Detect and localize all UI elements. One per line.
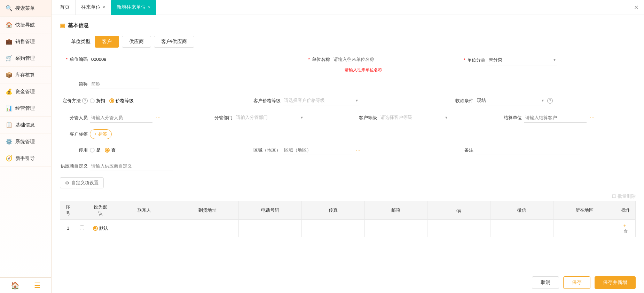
guide-icon: 🧭: [6, 155, 13, 162]
radio-disable-yes[interactable]: 是: [90, 147, 101, 153]
sidebar-item-basic-info[interactable]: 📋 基础信息: [0, 117, 51, 133]
field-pricing-method: 定价方法 ? 折扣 价格等级: [60, 98, 250, 104]
radio-disable-no[interactable]: 否: [105, 147, 116, 153]
cell-email[interactable]: [364, 220, 427, 237]
unit-name-label: * 单位名称: [302, 56, 330, 63]
col-qq: qq: [427, 201, 490, 220]
cell-region[interactable]: [553, 220, 616, 237]
form-row-3: 定价方法 ? 折扣 价格等级 客户价格等级 请选择客户价: [60, 95, 636, 106]
address-input[interactable]: [180, 226, 235, 231]
sidebar-item-guide[interactable]: 🧭 新手引导: [0, 150, 51, 167]
unit-name-input[interactable]: [332, 55, 393, 64]
unit-btn-supplier[interactable]: 供应商: [122, 36, 151, 48]
tab-new-contact-close[interactable]: ×: [148, 5, 150, 10]
unit-btn-customer[interactable]: 客户: [95, 36, 119, 48]
col-email: 邮箱: [364, 201, 427, 220]
region-cell-input[interactable]: [557, 226, 613, 231]
sidebar-home-btn[interactable]: 🏠: [11, 281, 19, 290]
cell-wechat[interactable]: [490, 220, 553, 237]
cell-address[interactable]: [176, 220, 239, 237]
delete-row-btn[interactable]: 🗑: [623, 229, 628, 234]
cell-phone[interactable]: [239, 220, 302, 237]
field-payment-terms: 收款条件 现结 ▾ ?: [446, 95, 636, 106]
tab-home[interactable]: 首页: [54, 0, 76, 15]
tab-new-contact[interactable]: 新增往来单位 ×: [111, 0, 156, 15]
note-input[interactable]: [476, 145, 580, 155]
cell-check[interactable]: [76, 220, 88, 237]
unit-type-buttons: 客户 供应商 客户/供应商: [95, 36, 194, 48]
disable-label: 停用: [60, 147, 88, 153]
customer-level-select[interactable]: 请选择客户等级 ▾: [379, 112, 449, 123]
department-select[interactable]: 请输入分管部门 ▾: [235, 112, 304, 123]
pricing-help-icon[interactable]: ?: [82, 98, 88, 104]
custom-settings-btn[interactable]: ⚙ 自定义项设置: [60, 177, 104, 188]
contact-input[interactable]: [117, 226, 172, 231]
cell-contact[interactable]: [113, 220, 176, 237]
cell-qq[interactable]: [427, 220, 490, 237]
batch-delete-icon: ☐: [612, 194, 616, 199]
cell-fax[interactable]: [302, 220, 365, 237]
sidebar-item-label: 销售管理: [15, 39, 35, 45]
phone-input[interactable]: [242, 226, 298, 231]
payment-terms-help-icon[interactable]: ?: [547, 98, 553, 104]
save-new-button[interactable]: 保存并新增: [595, 276, 636, 289]
unit-code-label: * 单位编码: [60, 56, 88, 63]
settlement-unit-input[interactable]: [524, 113, 587, 123]
tab-contacts-close[interactable]: ×: [103, 5, 105, 10]
qq-input[interactable]: [431, 226, 487, 231]
sidebar-item-operations[interactable]: 📊 经营管理: [0, 100, 51, 117]
manager-label: 分管人员: [60, 115, 88, 121]
manager-input[interactable]: [90, 113, 152, 123]
tab-contacts[interactable]: 往来单位 ×: [76, 0, 111, 15]
add-row-btn[interactable]: ＋: [622, 223, 627, 228]
sidebar-item-system[interactable]: ⚙️ 系统管理: [0, 133, 51, 150]
price-grade-radio-circle: [109, 98, 114, 103]
pricing-method-label: 定价方法 ?: [60, 98, 88, 104]
field-supplier-custom: 供应商自定义: [60, 161, 636, 171]
supplier-custom-input[interactable]: [90, 161, 173, 171]
sidebar-item-search[interactable]: 🔍 搜索菜单: [0, 0, 51, 17]
department-placeholder: 请输入分管部门: [236, 114, 268, 121]
sidebar-item-quick-nav[interactable]: 🏠 快捷导航: [0, 17, 51, 33]
radio-price-grade[interactable]: 价格等级: [109, 98, 134, 104]
region-more-btn[interactable]: ···: [354, 147, 362, 153]
pricing-method-radios: 折扣 价格等级: [90, 98, 134, 104]
manager-more-btn[interactable]: ···: [155, 115, 162, 121]
default-radio[interactable]: 默认: [92, 225, 109, 231]
batch-delete-btn[interactable]: ☐ 批量删除: [60, 193, 636, 200]
chevron-down-icon: ▾: [301, 115, 303, 120]
tab-home-label: 首页: [60, 4, 70, 10]
sidebar-menu-btn[interactable]: ☰: [34, 281, 40, 290]
radio-discount[interactable]: 折扣: [90, 98, 105, 104]
form-row-1: * 单位编码 * 单位名称 请输入往来单位名称 * 单位分类: [60, 55, 636, 73]
sidebar-item-inventory[interactable]: 📦 库存核算: [0, 67, 51, 83]
customer-price-level-select[interactable]: 请选择客户价格等级 ▾: [283, 95, 359, 106]
field-customer-tag: 客户标签 + 标签: [60, 129, 636, 139]
region-input[interactable]: [283, 145, 352, 155]
form-area: ▣ 基本信息 单位类型 客户 供应商 客户/供应商 * 单位编码: [52, 15, 644, 272]
unit-btn-both[interactable]: 客户/供应商: [154, 36, 194, 48]
payment-terms-select[interactable]: 现结 ▾: [476, 95, 545, 106]
col-phone: 电话号码: [239, 201, 302, 220]
window-close-btn[interactable]: ✕: [631, 4, 641, 11]
add-tag-btn[interactable]: + 标签: [90, 129, 112, 139]
save-button[interactable]: 保存: [563, 276, 590, 289]
sidebar-item-finance[interactable]: 💰 资金管理: [0, 83, 51, 100]
contact-table: 序号 设为默认 联系人 到货地址 电话号码 传真 邮箱 qq 微信 所在地区 操…: [60, 201, 636, 237]
sidebar-item-purchase[interactable]: 🛒 采购管理: [0, 50, 51, 67]
settlement-more-btn[interactable]: ···: [589, 115, 596, 121]
fax-input[interactable]: [305, 226, 361, 231]
cancel-button[interactable]: 取消: [532, 276, 559, 289]
field-unit-code: * 单位编码: [60, 55, 238, 64]
sidebar-item-sales[interactable]: 💼 销售管理: [0, 33, 51, 50]
col-default: 设为默认: [88, 201, 113, 220]
sidebar-item-label: 搜索菜单: [15, 5, 35, 11]
short-name-input[interactable]: [90, 79, 159, 89]
field-note: 备注: [446, 145, 636, 155]
chevron-down-icon: ▾: [356, 98, 358, 103]
wechat-input[interactable]: [494, 226, 550, 231]
unit-category-select[interactable]: 未分类 ▾: [487, 55, 557, 65]
row-checkbox[interactable]: [80, 226, 84, 230]
unit-code-input[interactable]: [90, 55, 159, 64]
email-input[interactable]: [368, 226, 424, 231]
